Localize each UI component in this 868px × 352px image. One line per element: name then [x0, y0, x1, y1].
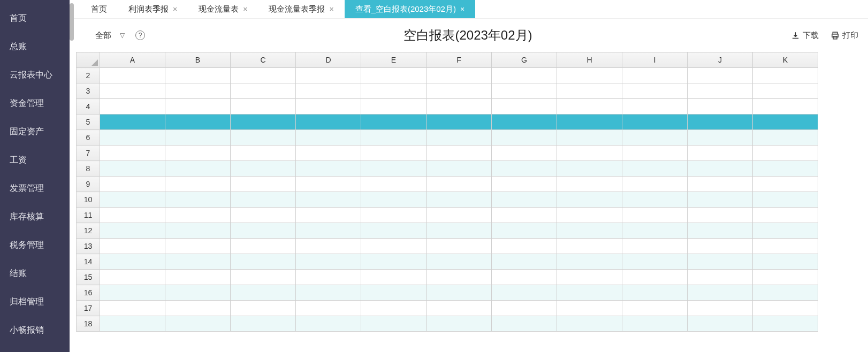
- column-header[interactable]: B: [165, 52, 231, 68]
- cell[interactable]: [753, 239, 818, 254]
- cell[interactable]: [361, 177, 427, 192]
- cell[interactable]: [753, 83, 818, 99]
- cell[interactable]: [557, 301, 622, 316]
- cell[interactable]: [361, 254, 427, 270]
- cell[interactable]: [427, 239, 492, 254]
- cell[interactable]: [688, 161, 753, 177]
- cell[interactable]: [753, 208, 818, 223]
- close-icon[interactable]: ×: [243, 5, 247, 13]
- cell[interactable]: [688, 239, 753, 254]
- cell[interactable]: [100, 68, 165, 83]
- cell[interactable]: [753, 146, 818, 161]
- column-header[interactable]: A: [100, 52, 165, 68]
- tab-profit-quarter[interactable]: 利润表季报×: [118, 0, 188, 18]
- sidebar-item-salary[interactable]: 工资: [0, 146, 70, 174]
- cell[interactable]: [165, 301, 231, 316]
- cell[interactable]: [753, 316, 818, 332]
- cell[interactable]: [492, 68, 557, 83]
- spreadsheet[interactable]: ABCDEFGHIJK23456789101112131415161718: [74, 52, 868, 352]
- cell[interactable]: [100, 130, 165, 146]
- column-header[interactable]: K: [753, 52, 818, 68]
- cell[interactable]: [361, 208, 427, 223]
- cell[interactable]: [231, 83, 296, 99]
- cell[interactable]: [231, 161, 296, 177]
- cell[interactable]: [296, 146, 361, 161]
- sidebar-item-closing[interactable]: 结账: [0, 259, 70, 288]
- cell[interactable]: [622, 130, 688, 146]
- cell[interactable]: [688, 270, 753, 285]
- cell[interactable]: [557, 239, 622, 254]
- column-header[interactable]: D: [296, 52, 361, 68]
- cell[interactable]: [165, 208, 231, 223]
- cell[interactable]: [100, 192, 165, 208]
- cell[interactable]: [100, 177, 165, 192]
- cell[interactable]: [361, 146, 427, 161]
- cell[interactable]: [557, 192, 622, 208]
- cell[interactable]: [296, 83, 361, 99]
- cell[interactable]: [753, 68, 818, 83]
- cell[interactable]: [296, 161, 361, 177]
- cell[interactable]: [753, 301, 818, 316]
- cell[interactable]: [427, 270, 492, 285]
- cell[interactable]: [622, 146, 688, 161]
- cell[interactable]: [688, 316, 753, 332]
- cell[interactable]: [622, 270, 688, 285]
- cell[interactable]: [165, 270, 231, 285]
- cell[interactable]: [492, 239, 557, 254]
- column-header[interactable]: E: [361, 52, 427, 68]
- cell[interactable]: [165, 223, 231, 239]
- column-header[interactable]: G: [492, 52, 557, 68]
- cell[interactable]: [296, 177, 361, 192]
- cell[interactable]: [165, 130, 231, 146]
- column-header[interactable]: I: [622, 52, 688, 68]
- cell[interactable]: [100, 223, 165, 239]
- sidebar-item-cloud-report[interactable]: 云报表中心: [0, 61, 70, 89]
- cell[interactable]: [361, 192, 427, 208]
- cell[interactable]: [557, 161, 622, 177]
- cell[interactable]: [361, 68, 427, 83]
- cell[interactable]: [231, 177, 296, 192]
- cell[interactable]: [361, 130, 427, 146]
- cell[interactable]: [231, 254, 296, 270]
- cell[interactable]: [361, 270, 427, 285]
- cell[interactable]: [557, 254, 622, 270]
- cell[interactable]: [688, 254, 753, 270]
- close-icon[interactable]: ×: [329, 5, 333, 13]
- cell[interactable]: [557, 146, 622, 161]
- cell[interactable]: [622, 316, 688, 332]
- cell[interactable]: [557, 114, 622, 130]
- cell[interactable]: [165, 146, 231, 161]
- cell[interactable]: [361, 285, 427, 301]
- sidebar-scrollbar[interactable]: [70, 0, 74, 352]
- cell[interactable]: [622, 68, 688, 83]
- cell[interactable]: [165, 254, 231, 270]
- cell[interactable]: [361, 301, 427, 316]
- cell[interactable]: [557, 83, 622, 99]
- cell[interactable]: [296, 68, 361, 83]
- cell[interactable]: [492, 301, 557, 316]
- cell[interactable]: [492, 316, 557, 332]
- cell[interactable]: [492, 208, 557, 223]
- cell[interactable]: [296, 99, 361, 114]
- cell[interactable]: [427, 68, 492, 83]
- cell[interactable]: [427, 130, 492, 146]
- cell[interactable]: [557, 99, 622, 114]
- sidebar-item-tax[interactable]: 税务管理: [0, 231, 70, 259]
- row-header[interactable]: 13: [77, 239, 100, 254]
- row-header[interactable]: 2: [77, 68, 100, 83]
- cell[interactable]: [492, 83, 557, 99]
- cell[interactable]: [165, 239, 231, 254]
- close-icon[interactable]: ×: [173, 5, 177, 13]
- cell[interactable]: [492, 254, 557, 270]
- cell[interactable]: [688, 146, 753, 161]
- cell[interactable]: [557, 208, 622, 223]
- select-all-corner[interactable]: [77, 52, 100, 68]
- cell[interactable]: [361, 223, 427, 239]
- cell[interactable]: [492, 285, 557, 301]
- cell[interactable]: [492, 161, 557, 177]
- cell[interactable]: [100, 161, 165, 177]
- cell[interactable]: [753, 192, 818, 208]
- tab-cashflow[interactable]: 现金流量表×: [188, 0, 258, 18]
- sidebar-item-invoice[interactable]: 发票管理: [0, 174, 70, 203]
- cell[interactable]: [622, 192, 688, 208]
